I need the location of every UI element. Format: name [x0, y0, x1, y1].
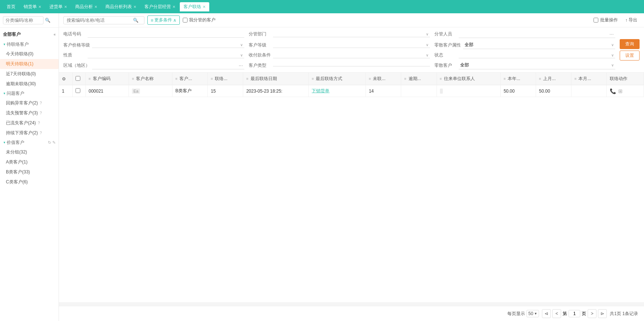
sidebar-item-b-class[interactable]: B类客户(33) — [0, 167, 59, 177]
collapse-icon[interactable]: « — [53, 32, 56, 37]
sidebar-item-tomorrow-contact[interactable]: 明天待联络(1) — [0, 59, 59, 69]
status-select[interactable]: ∨ — [459, 52, 615, 58]
set-button[interactable]: 设置 — [620, 51, 640, 61]
sidebar-item-declining[interactable]: 持续下滑客户(2) ? — [0, 128, 59, 138]
sort-icon[interactable]: ≡ — [89, 77, 91, 81]
sort-icon[interactable]: ≡ — [312, 77, 314, 81]
my-customers-checkbox[interactable] — [183, 18, 188, 23]
sort-icon[interactable]: ≡ — [132, 77, 134, 81]
customer-type-select[interactable] — [273, 65, 430, 66]
sort-icon[interactable]: ≡ — [440, 77, 442, 81]
sidebar-item-ungrouped[interactable]: 未分组(32) — [0, 147, 59, 157]
table-row: 1 000021 Ea B类客户 15 2023-05-23 18:25: 下销… — [59, 85, 644, 97]
sidebar-search-input[interactable] — [3, 16, 43, 24]
refresh-icon[interactable]: ↻ — [48, 140, 51, 145]
search-input[interactable] — [67, 18, 133, 23]
next-page-btn[interactable]: > — [588, 309, 596, 318]
sidebar-item-a-class[interactable]: A类客户(1) — [0, 157, 59, 167]
phone-icon[interactable]: 📞 — [610, 88, 616, 94]
filter-retail-attr: 零散客户属性 全部 ∨ — [434, 41, 615, 49]
more-dots-icon[interactable]: ··· — [239, 62, 243, 68]
batch-op-btn[interactable]: 批量操作 — [591, 16, 620, 24]
phone-input[interactable] — [88, 31, 244, 38]
person-select[interactable]: ··· — [459, 30, 615, 38]
settings-icon[interactable]: ⚙ — [62, 76, 66, 82]
row-checkbox — [72, 85, 85, 97]
edit-icon[interactable]: ✎ — [52, 140, 56, 145]
search-icon[interactable]: 🔍 — [45, 18, 50, 23]
nav-item-home[interactable]: 首页 — [3, 2, 19, 11]
price-level-select[interactable]: ∨ — [92, 42, 244, 48]
search-icon[interactable]: 🔍 — [133, 18, 139, 23]
qrcode-icon[interactable]: ⊞ — [618, 88, 623, 94]
customer-table: ⚙ ≡ 客户编码 ≡ 客户名称 — [59, 73, 644, 97]
row-select-checkbox[interactable] — [76, 88, 80, 93]
page-number-input[interactable] — [568, 310, 580, 317]
last-page-btn[interactable]: ⊳ — [598, 309, 607, 318]
sort-icon[interactable]: ≡ — [504, 77, 506, 81]
sidebar-item-churned[interactable]: 已流失客户(24) ? — [0, 118, 59, 128]
sidebar-item-today-contact[interactable]: 今天待联络(0) — [0, 49, 59, 59]
sidebar-all-customers[interactable]: 全部客户 « — [0, 29, 59, 40]
col-contact-count: ≡ 联络... — [208, 73, 243, 85]
select-all-checkbox[interactable] — [76, 76, 80, 81]
nav-item-sales[interactable]: 销货单 ✕ — [20, 2, 45, 11]
close-icon[interactable]: ✕ — [94, 5, 97, 9]
nature-select[interactable]: ∨ — [88, 52, 244, 58]
sidebar-item-c-class[interactable]: C类客户(6) — [0, 177, 59, 187]
sidebar-item-overdue-contact[interactable]: 逾期未联络(30) — [0, 79, 59, 89]
sidebar-item-churn-warning[interactable]: 流失预警客户(3) ? — [0, 108, 59, 118]
row-no: 1 — [59, 85, 72, 97]
sort-icon[interactable]: ≡ — [211, 77, 213, 81]
col-this-month: ≡ 本月... — [571, 73, 607, 85]
dept-select[interactable]: ∨ — [273, 31, 430, 37]
nav-item-analysis-list[interactable]: 商品分析列表 ✕ — [102, 2, 140, 11]
search-wrap: 🔍 — [63, 16, 144, 24]
sort-icon[interactable]: ≡ — [539, 77, 541, 81]
more-dots-icon[interactable]: ··· — [609, 31, 614, 37]
nav-item-analysis[interactable]: 商品分析 ✕ — [71, 2, 101, 11]
filter-row-2: 客户价格等级 ∨ 客户等级 ∨ — [63, 41, 615, 49]
nav-item-customer-contact[interactable]: 客户联络 ✕ — [180, 2, 209, 11]
row-code: 000021 — [85, 85, 129, 97]
batch-checkbox[interactable] — [594, 18, 598, 23]
sort-icon[interactable]: ≡ — [246, 77, 248, 81]
retail-select[interactable]: 全部 ∨ — [459, 61, 615, 69]
sidebar-item-abnormal-repurchase[interactable]: 回购异常客户(2) ? — [0, 98, 59, 108]
toolbar: 🔍 ≡ 更多条件 ∧ 我分管的客户 批量操作 ↑ 导出 — [59, 13, 644, 27]
close-icon[interactable]: ✕ — [38, 5, 41, 9]
help-icon: ? — [40, 111, 42, 115]
help-icon: ? — [40, 101, 42, 105]
close-icon[interactable]: ✕ — [64, 5, 67, 9]
filter-more-btn[interactable]: ≡ 更多条件 ∧ — [147, 15, 180, 25]
filter-region: 区域（地区） ··· — [63, 62, 244, 69]
region-select[interactable]: ··· — [92, 62, 244, 69]
page-size-select[interactable]: 50 ▼ — [526, 310, 539, 317]
row-unit-contact — [437, 85, 500, 97]
row-contact-count: 15 — [208, 85, 243, 97]
prev-page-btn[interactable]: < — [552, 309, 561, 318]
first-page-btn[interactable]: ⊲ — [542, 309, 551, 318]
sort-icon[interactable]: ≡ — [175, 77, 178, 81]
sort-icon[interactable]: ≡ — [574, 77, 577, 81]
top-navigation: 首页 销货单 ✕ 进货单 ✕ 商品分析 ✕ 商品分析列表 ✕ 客户分层经营 ✕ … — [0, 0, 644, 13]
chevron-down-icon: ∨ — [611, 53, 614, 57]
nav-item-purchase[interactable]: 进货单 ✕ — [46, 2, 71, 11]
export-btn[interactable]: ↑ 导出 — [623, 16, 640, 24]
payment-select[interactable]: ∨ — [273, 52, 430, 58]
sort-icon[interactable]: ≡ — [404, 77, 406, 81]
all-customers-label: 全部客户 — [3, 31, 21, 38]
retail-attr-select[interactable]: 全部 ∨ — [463, 41, 615, 49]
close-icon[interactable]: ✕ — [172, 5, 175, 9]
sidebar-item-7days-contact[interactable]: 近7天待联络(0) — [0, 69, 59, 79]
close-icon[interactable]: ✕ — [133, 5, 136, 9]
close-icon[interactable]: ✕ — [203, 5, 206, 9]
customer-level-select[interactable]: ∨ — [273, 42, 430, 48]
sort-icon[interactable]: ≡ — [369, 77, 371, 81]
last-method-link[interactable]: 下销货单 — [312, 88, 329, 93]
scroll-bar[interactable] — [59, 302, 644, 306]
filter-row-1: 电话号码 分管部门 ∨ 分管人员 — [63, 30, 615, 38]
query-button[interactable]: 查询 — [620, 39, 640, 49]
nav-item-customer-tier[interactable]: 客户分层经营 ✕ — [141, 2, 179, 11]
filter-payment: 收付款条件 ∨ — [249, 52, 430, 58]
